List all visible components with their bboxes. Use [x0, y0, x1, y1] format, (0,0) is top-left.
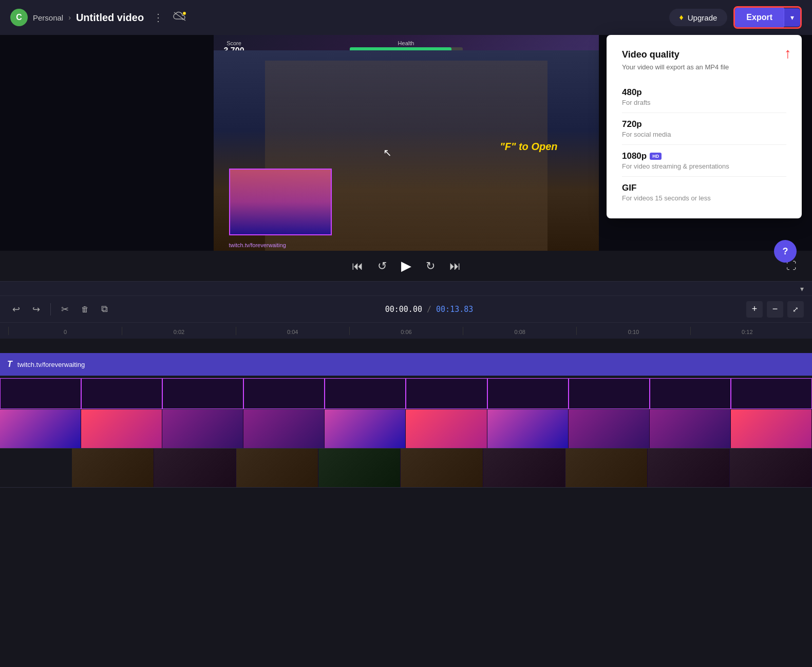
fast-forward-button[interactable]: ↻ [426, 260, 435, 273]
video-thumb-10[interactable] [731, 410, 812, 448]
play-icon [401, 258, 411, 274]
ruler-mark-4: 0:08 [463, 327, 576, 335]
video-thumb-4[interactable] [243, 410, 325, 448]
lower-thumb-9[interactable] [730, 449, 812, 487]
rewind-button[interactable]: ↺ [377, 260, 387, 273]
clip-thumb-7[interactable] [487, 378, 569, 409]
video-thumbnails-track[interactable] [0, 410, 812, 449]
ruler-mark-2: 0:04 [236, 327, 349, 335]
clip-thumb-6[interactable] [406, 378, 487, 409]
forward-icon: ↻ [426, 260, 435, 273]
export-arrow-up-icon: ↑ [784, 45, 791, 62]
chevron-down-icon [790, 13, 794, 22]
quality-desc-1080p: For video streaming & presentations [622, 162, 786, 170]
export-caret-button[interactable] [784, 8, 800, 27]
video-thumb-9[interactable] [650, 410, 731, 448]
duplicate-icon: ⧉ [101, 304, 108, 314]
avatar: C [10, 9, 28, 26]
cloud-save-icon [173, 11, 187, 25]
more-options-button[interactable]: ⋮ [149, 9, 167, 26]
undo-button[interactable]: ↩ [8, 301, 24, 318]
zoom-out-button[interactable]: − [767, 301, 783, 318]
quality-name-720p: 720p [622, 119, 786, 129]
video-thumb-5[interactable] [325, 410, 406, 448]
breadcrumb-separator: › [68, 13, 71, 22]
ruler-mark-1: 0:02 [122, 327, 235, 335]
redo-button[interactable]: ↪ [28, 301, 44, 318]
quality-desc-480p: For drafts [622, 99, 786, 106]
delete-button[interactable]: 🗑 [77, 301, 93, 318]
zoom-in-button[interactable]: + [746, 301, 763, 318]
lower-video-track-row[interactable] [0, 449, 812, 488]
clip-thumb-10[interactable] [731, 378, 812, 409]
diamond-icon: ♦ [679, 13, 684, 22]
clip-thumbnails-track[interactable] [0, 378, 812, 410]
lower-thumb-8[interactable] [648, 449, 730, 487]
topbar-left: C Personal › Untitled video ⋮ [10, 9, 663, 26]
text-track[interactable]: T twitch.tv/foreverwaiting [0, 353, 812, 376]
text-track-icon: T [7, 360, 12, 369]
redo-icon: ↪ [32, 304, 40, 314]
quality-option-480p[interactable]: 480p For drafts [622, 81, 786, 113]
video-thumb-6[interactable] [406, 410, 487, 448]
ruler-mark-6: 0:12 [690, 327, 804, 335]
quality-dropdown-title: Video quality [622, 49, 786, 60]
workspace-label[interactable]: Personal [33, 13, 63, 22]
lower-thumb-4[interactable] [318, 449, 401, 487]
collapse-bar: ▾ [0, 281, 812, 295]
playback-controls: ↺ ↻ ⛶ [0, 251, 812, 281]
streamer-silhouette [230, 170, 331, 234]
lower-video-container [72, 449, 812, 487]
page-title[interactable]: Untitled video [76, 12, 144, 24]
duplicate-button[interactable]: ⧉ [97, 301, 112, 318]
fit-timeline-button[interactable]: ⤢ [787, 301, 804, 318]
video-thumb-8[interactable] [569, 410, 650, 448]
video-thumbs-container [0, 410, 812, 448]
lower-thumb-5[interactable] [401, 449, 483, 487]
lower-thumb-6[interactable] [483, 449, 565, 487]
clip-thumb-2[interactable] [81, 378, 162, 409]
rewind-icon: ↺ [377, 260, 387, 273]
plus-icon: + [752, 304, 758, 314]
time-current: 00:00 [385, 305, 408, 314]
play-button[interactable] [401, 258, 411, 274]
text-track-row: T twitch.tv/foreverwaiting [0, 353, 812, 378]
collapse-icon[interactable]: ▾ [800, 285, 804, 293]
time-ms-total: .83 [459, 305, 473, 314]
clip-thumb-5[interactable] [325, 378, 406, 409]
lower-thumb-3[interactable] [236, 449, 318, 487]
video-thumb-7[interactable] [487, 410, 569, 448]
clip-thumb-1[interactable] [0, 378, 81, 409]
score-label: Score [224, 40, 244, 46]
help-button[interactable]: ? [774, 240, 797, 263]
clips-container [0, 378, 812, 409]
quality-dropdown-subtitle: Your video will export as an MP4 file [622, 63, 786, 71]
scissors-button[interactable]: ✂ [57, 301, 73, 318]
delete-icon: 🗑 [81, 305, 89, 313]
clip-thumb-4[interactable] [243, 378, 325, 409]
skip-to-end-button[interactable] [449, 260, 461, 273]
lower-thumb-2[interactable] [154, 449, 236, 487]
video-thumb-3[interactable] [162, 410, 243, 448]
quality-option-720p[interactable]: 720p For social media [622, 113, 786, 145]
quality-option-1080p[interactable]: 1080p HD For video streaming & presentat… [622, 145, 786, 177]
ruler-mark-0: 0 [8, 327, 122, 335]
quality-option-gif[interactable]: GIF For videos 15 seconds or less [622, 177, 786, 208]
quality-name-1080p: 1080p HD [622, 151, 786, 161]
timeline-spacer [0, 339, 812, 351]
lower-thumb-1[interactable] [72, 449, 154, 487]
lower-thumb-7[interactable] [565, 449, 648, 487]
video-thumb-2[interactable] [81, 410, 162, 448]
clip-thumb-8[interactable] [569, 378, 650, 409]
export-button[interactable]: Export [735, 8, 784, 27]
clip-thumb-9[interactable] [650, 378, 731, 409]
video-thumb-1[interactable] [0, 410, 81, 448]
clip-thumb-3[interactable] [162, 378, 243, 409]
streamer-overlay-box [229, 169, 332, 235]
scissors-icon: ✂ [61, 304, 69, 314]
ruler-marks-container: 0 0:02 0:04 0:06 0:08 0:10 0:12 [8, 327, 804, 335]
skip-to-start-button[interactable] [352, 260, 363, 273]
skip-back-icon [352, 260, 363, 273]
timeline-ruler: 0 0:02 0:04 0:06 0:08 0:10 0:12 [0, 322, 812, 339]
upgrade-button[interactable]: ♦ Upgrade [669, 9, 728, 26]
